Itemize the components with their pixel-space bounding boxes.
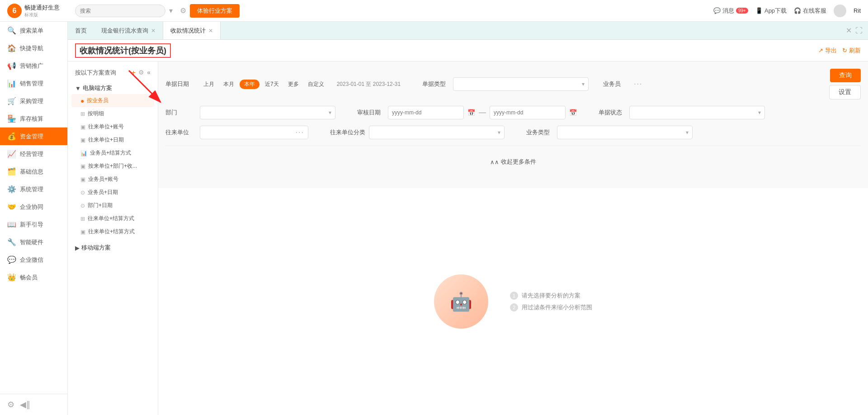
sidebar-item-finance[interactable]: 💰 资金管理 (0, 127, 67, 145)
audit-date-start-input[interactable] (388, 106, 464, 119)
tab-close-all-icon[interactable]: ✕ (846, 26, 852, 35)
quick-nav-icon: 🏠 (7, 44, 16, 52)
refresh-label: 刷新 (849, 47, 861, 55)
empty-illustration: 🤖 (434, 274, 488, 329)
empty-step-2: 2 用过滤条件来缩小分析范围 (510, 303, 592, 311)
salesperson-more-icon[interactable]: ··· (634, 80, 642, 88)
sidebar-item-quick-nav[interactable]: 🏠 快捷导航 (0, 39, 67, 57)
sidebar-item-inventory[interactable]: 🏪 库存核算 (0, 110, 67, 127)
header-search-input[interactable] (75, 5, 165, 17)
date-tab-this-month[interactable]: 本月 (220, 80, 238, 89)
scheme-item-partner-account[interactable]: ▣ 往来单位+账号 (71, 120, 154, 133)
partner-select[interactable]: ··· (200, 126, 308, 139)
scheme-item-by-salesperson[interactable]: ● 按业务员 (71, 94, 154, 107)
filter-panel: 单据日期 上月 本月 本年 近7天 更多 自定义 2023-01-01 至 20… (158, 61, 868, 188)
search-dropdown-icon[interactable]: ▾ (169, 6, 173, 15)
sidebar-item-search-menu[interactable]: 🔍 搜索菜单 (0, 22, 67, 39)
scheme-section-desktop-header[interactable]: ▼ 电脑端方案 (71, 82, 154, 94)
date-tab-this-year[interactable]: 本年 (240, 80, 259, 89)
filter-settings-btn[interactable]: 设置 (829, 85, 861, 99)
sidebar-settings-btn[interactable]: ⚙ (7, 400, 14, 410)
settings-icon[interactable]: ⚙ (180, 6, 186, 15)
scheme-item-sales-settlement[interactable]: 📊 业务员+结算方式 (71, 146, 154, 160)
audit-date-start-cal-icon[interactable]: 📅 (467, 109, 475, 116)
date-tab-last-month[interactable]: 上月 (200, 80, 218, 89)
sidebar-item-basic[interactable]: 🗂️ 基础信息 (0, 163, 67, 180)
tab-bank-flow[interactable]: 现金银行流水查询 ✕ (94, 22, 163, 39)
scheme-item-partner-dept[interactable]: ▣ 按来单位+部门+收... (71, 160, 154, 173)
headset-icon: 🎧 (794, 7, 801, 14)
partner-settlement2-icon: ▣ (80, 229, 85, 235)
audit-date-control: 审核日期 📅 — 📅 (357, 106, 577, 119)
date-tab-more[interactable]: 更多 (284, 80, 302, 89)
scheme-item-sales-account[interactable]: ▣ 业务员+账号 (71, 173, 154, 186)
sidebar-item-operation[interactable]: 📈 经营管理 (0, 145, 67, 163)
dept-date-icon: ⊙ (80, 203, 85, 209)
sidebar-item-marketing[interactable]: 📢 营销推广 (0, 57, 67, 75)
step-num-2: 2 (510, 303, 518, 311)
query-btn[interactable]: 查询 (830, 69, 861, 82)
doc-type-label: 单据类型 (422, 80, 449, 88)
scheme-item-partner-settlement2[interactable]: ▣ 往来单位+结算方式 (71, 225, 154, 238)
refresh-icon: ↻ (842, 47, 847, 54)
sidebar: 🔍 搜索菜单 🏠 快捷导航 📢 营销推广 📊 销售管理 🛒 采购管理 🏪 库存核… (0, 22, 68, 415)
sidebar-item-smart-hw[interactable]: 🔧 智能硬件 (0, 233, 67, 251)
sidebar-item-enterprise[interactable]: 🤝 企业协同 (0, 198, 67, 216)
tab-receipt-stats-close-icon[interactable]: ✕ (208, 28, 213, 34)
tab-home[interactable]: 首页 (68, 22, 94, 39)
tab-receipt-stats[interactable]: 收款情况统计 ✕ (163, 22, 221, 39)
marketing-icon: 📢 (7, 61, 16, 70)
scheme-item-by-detail[interactable]: ⊞ 按明细 (71, 107, 154, 120)
partner-category-select[interactable]: ▾ (369, 126, 505, 139)
try-industry-btn[interactable]: 体验行业方案 (190, 4, 240, 18)
sidebar-item-weixin[interactable]: 💬 企业微信 (0, 251, 67, 269)
scheme-item-partner-date[interactable]: ▣ 往来单位+日期 (71, 133, 154, 146)
filter-actions: 查询 设置 (829, 69, 861, 99)
scheme-section-mobile-header[interactable]: ▶ 移动端方案 (71, 242, 154, 254)
audit-date-end-input[interactable] (490, 106, 566, 119)
scheme-add-icon[interactable]: + (132, 69, 136, 77)
audit-date-end-cal-icon[interactable]: 📅 (569, 109, 577, 116)
dept-select[interactable]: ▾ (200, 106, 335, 119)
app-download-btn[interactable]: 📱 App下载 (755, 7, 787, 15)
partner-settlement-icon: ⊞ (80, 216, 85, 222)
audit-date-separator: — (479, 108, 486, 117)
export-btn[interactable]: ↗ 导出 (818, 47, 837, 55)
scheme-item-dept-date[interactable]: ⊙ 部门+日期 (71, 199, 154, 212)
sidebar-item-label: 资金管理 (20, 132, 43, 141)
user-avatar[interactable] (834, 5, 846, 17)
sidebar-item-label: 库存核算 (20, 115, 43, 123)
tab-maximize-icon[interactable]: ⛶ (855, 27, 863, 35)
messages-btn[interactable]: 💬 消息 99+ (713, 7, 748, 15)
sidebar-item-purchase[interactable]: 🛒 采购管理 (0, 92, 67, 110)
sidebar-item-system[interactable]: ⚙️ 系统管理 (0, 180, 67, 198)
page-title: 收款情况统计(按业务员) (75, 43, 171, 58)
sales-date-label: 业务员+日期 (88, 189, 118, 196)
doc-type-select[interactable]: ▾ (453, 77, 589, 91)
scheme-collapse-icon[interactable]: « (147, 69, 151, 77)
doc-status-select[interactable]: ▾ (629, 106, 765, 119)
sidebar-item-member[interactable]: 👑 畅会员 (0, 269, 67, 286)
sidebar-item-sales[interactable]: 📊 销售管理 (0, 75, 67, 92)
date-tab-custom[interactable]: 自定义 (304, 80, 328, 89)
sales-settlement-icon: 📊 (80, 150, 87, 156)
partner-more-icon[interactable]: ··· (296, 128, 304, 137)
sidebar-item-guide[interactable]: 📖 新手引导 (0, 216, 67, 233)
business-type-select[interactable]: ▾ (557, 126, 693, 139)
doc-type-control: 单据类型 ▾ (422, 77, 589, 91)
refresh-btn[interactable]: ↻ 刷新 (842, 47, 861, 55)
collapse-btn[interactable]: ∧∧ 收起更多条件 (486, 154, 540, 170)
sidebar-collapse-btn[interactable]: ◀‖ (20, 400, 30, 410)
member-icon: 👑 (7, 273, 16, 282)
scheme-settings-icon[interactable]: ⚙ (138, 69, 144, 77)
audit-date-label: 审核日期 (357, 108, 384, 117)
date-tab-last-7[interactable]: 近7天 (261, 80, 283, 89)
online-service-btn[interactable]: 🎧 在线客服 (794, 7, 826, 15)
empty-steps: 1 请先选择要分析的方案 2 用过滤条件来缩小分析范围 (510, 292, 592, 311)
sales-settlement-label: 业务员+结算方式 (90, 149, 131, 157)
scheme-item-partner-settlement[interactable]: ⊞ 往来单位+结算方式 (71, 212, 154, 225)
scheme-item-sales-date[interactable]: ⊙ 业务员+日期 (71, 186, 154, 199)
tab-bank-flow-close-icon[interactable]: ✕ (151, 28, 156, 34)
weixin-icon: 💬 (7, 255, 16, 264)
partner-label: 往来单位 (165, 128, 193, 137)
